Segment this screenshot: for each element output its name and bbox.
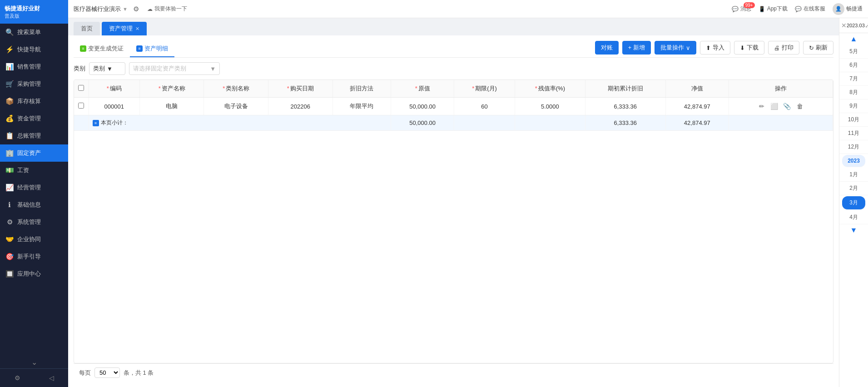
- page-content: ≡变更生成凭证≡资产明细 对账 + 新增 批量操作 ∨ ⬆ 导入: [68, 35, 839, 387]
- topbar-right: 💬 消息 99+ 📱 App下载 💬 在线客服 👤 畅捷通: [732, 3, 863, 15]
- per-page-label: 每页: [79, 369, 91, 377]
- nav-down-btn[interactable]: ▼: [839, 224, 868, 236]
- sidebar-item-总账管理[interactable]: 📋总账管理: [0, 127, 68, 144]
- sidebar-item-应用中心[interactable]: 🔲应用中心: [0, 265, 68, 283]
- app-download-label: App下载: [767, 5, 788, 13]
- sidebar-item-采购管理[interactable]: 🛒采购管理: [0, 75, 68, 93]
- sidebar-item-新手引导[interactable]: 🎯新手引导: [0, 248, 68, 265]
- month-item[interactable]: 7月: [839, 72, 868, 86]
- sub-tab-icon: ≡: [80, 45, 86, 52]
- month-item[interactable]: 9月: [839, 99, 868, 113]
- cell-name: 电脑: [139, 98, 204, 115]
- sidebar-icon: 🛒: [5, 80, 14, 88]
- sidebar-icon: 🏢: [5, 149, 14, 157]
- topbar-experience[interactable]: ☁ 我要体验一下: [147, 5, 187, 13]
- sidebar-collapse-btn[interactable]: ◁: [45, 372, 58, 383]
- sidebar-scroll-down[interactable]: ⌄: [0, 356, 68, 368]
- edit-icon[interactable]: ✏: [757, 101, 767, 111]
- sidebar-item-经营管理[interactable]: 📈经营管理: [0, 179, 68, 196]
- new-btn[interactable]: + 新增: [622, 41, 651, 55]
- month-item[interactable]: 3月: [842, 196, 865, 210]
- import-btn[interactable]: ⬆ 导入: [700, 41, 730, 55]
- sidebar-icon: 📋: [5, 132, 14, 140]
- tab-close-icon[interactable]: ✕: [135, 26, 139, 31]
- sidebar-item-label: 企业协同: [17, 235, 41, 243]
- duizhang-btn[interactable]: 对账: [595, 41, 619, 55]
- sidebar-item-资金管理[interactable]: 💰资金管理: [0, 110, 68, 127]
- sidebar-settings-btn[interactable]: ⚙: [11, 372, 24, 383]
- copy-icon[interactable]: ⬜: [769, 101, 779, 111]
- filter-row: 类别 类别 ▼ 请选择固定资产类别 ▼: [74, 62, 833, 75]
- subtotal-checkbox-cell: [74, 115, 89, 131]
- subtotal-label-text: 本页小计：: [101, 119, 128, 127]
- sidebar-icon: 💵: [5, 166, 14, 174]
- print-btn[interactable]: 🖨 打印: [768, 41, 799, 55]
- refresh-btn[interactable]: ↻ 刷新: [803, 41, 833, 55]
- batch-btn[interactable]: 批量操作 ∨: [655, 41, 696, 55]
- month-item[interactable]: 1月: [839, 168, 868, 182]
- sidebar-item-销售管理[interactable]: 📊销售管理: [0, 58, 68, 75]
- avatar: 👤: [833, 3, 844, 15]
- sub-tab-资产明细[interactable]: ≡资产明细: [130, 41, 174, 57]
- app-download-btn[interactable]: 📱 App下载: [759, 5, 788, 13]
- month-item[interactable]: 5月: [839, 45, 868, 59]
- col-period: *期限(月): [454, 80, 515, 98]
- company-name: 医疗器械行业演示: [74, 5, 121, 13]
- month-item[interactable]: 12月: [839, 140, 868, 154]
- month-item[interactable]: 11月: [839, 127, 868, 140]
- sub-tab-icon: ≡: [136, 45, 143, 52]
- category-input[interactable]: 请选择固定资产类别 ▼: [129, 62, 220, 75]
- topbar-gear-icon[interactable]: ⚙: [133, 5, 139, 13]
- subtotal-net-value: 42,874.97: [665, 115, 729, 131]
- download-btn[interactable]: ⬇ 下载: [734, 41, 764, 55]
- sidebar-item-库存核算[interactable]: 📦库存核算: [0, 93, 68, 110]
- user-name: 畅捷通: [846, 5, 863, 13]
- col-purchase-date: *购买日期: [268, 80, 333, 98]
- right-panel: ✕ 2023.03 ⤢ ▲ 5月6月7月8月9月10月11月12月20231月2…: [839, 18, 868, 387]
- col-category: *类别名称: [204, 80, 268, 98]
- refresh-icon: ↻: [809, 45, 814, 51]
- sidebar-icon: ℹ: [5, 201, 14, 209]
- asset-table: *编码 *资产名称 *类别名称 *购买日期 折旧方法 *原值 *期限(月) *残…: [74, 80, 833, 131]
- service-btn[interactable]: 💬 在线客服: [795, 5, 825, 13]
- tab-资产管理[interactable]: 资产管理✕: [102, 22, 147, 35]
- app-name: 畅捷通好业财: [5, 5, 40, 13]
- sidebar-icon: 💰: [5, 114, 14, 123]
- right-panel-close-btn[interactable]: ✕: [841, 22, 847, 29]
- sidebar-item-快捷导航[interactable]: ⚡快捷导航: [0, 41, 68, 58]
- attachment-icon[interactable]: 📎: [782, 101, 792, 111]
- month-item[interactable]: 2月: [839, 182, 868, 195]
- sidebar-item-固定资产[interactable]: 🏢固定资产: [0, 144, 68, 162]
- nav-up-btn[interactable]: ▲: [839, 33, 868, 45]
- sidebar-item-label: 系统管理: [17, 218, 41, 226]
- import-icon: ⬆: [706, 45, 711, 51]
- select-all-checkbox[interactable]: [78, 85, 84, 91]
- messages-btn[interactable]: 💬 消息 99+: [732, 5, 751, 13]
- sidebar-item-label: 基础信息: [17, 201, 41, 209]
- delete-icon[interactable]: 🗑: [795, 101, 805, 111]
- user-profile[interactable]: 👤 畅捷通: [833, 3, 863, 15]
- category-type-select[interactable]: 类别 ▼: [89, 62, 125, 75]
- download-icon: 📱: [759, 6, 765, 12]
- sidebar-item-搜索菜单[interactable]: 🔍搜索菜单: [0, 24, 68, 41]
- per-page-select[interactable]: 50 10 20 100: [94, 367, 120, 378]
- sidebar-item-系统管理[interactable]: ⚙系统管理: [0, 213, 68, 231]
- right-panel-expand-btn[interactable]: ⤢: [865, 22, 868, 29]
- table-header: *编码 *资产名称 *类别名称 *购买日期 折旧方法 *原值 *期限(月) *残…: [74, 80, 833, 98]
- sidebar-item-label: 新手引导: [17, 253, 41, 261]
- row-checkbox[interactable]: [78, 103, 84, 109]
- company-selector[interactable]: 医疗器械行业演示 ▼: [74, 5, 128, 13]
- month-item[interactable]: 10月: [839, 113, 868, 127]
- subtotal-original-value: 50,000.00: [391, 115, 454, 131]
- tab-首页[interactable]: 首页: [74, 22, 100, 35]
- sidebar-item-label: 经营管理: [17, 184, 41, 192]
- month-item[interactable]: 6月: [839, 59, 868, 72]
- month-item[interactable]: 8月: [839, 86, 868, 99]
- sidebar-item-工资[interactable]: 💵工资: [0, 162, 68, 179]
- cell-residual-rate: 5.0000: [515, 98, 585, 115]
- cell-net-value: 42,874.97: [665, 98, 729, 115]
- sub-tab-变更生成凭证[interactable]: ≡变更生成凭证: [74, 41, 130, 57]
- sidebar-item-企业协同[interactable]: 🤝企业协同: [0, 231, 68, 248]
- month-item[interactable]: 4月: [839, 211, 868, 224]
- sidebar-item-基础信息[interactable]: ℹ基础信息: [0, 196, 68, 213]
